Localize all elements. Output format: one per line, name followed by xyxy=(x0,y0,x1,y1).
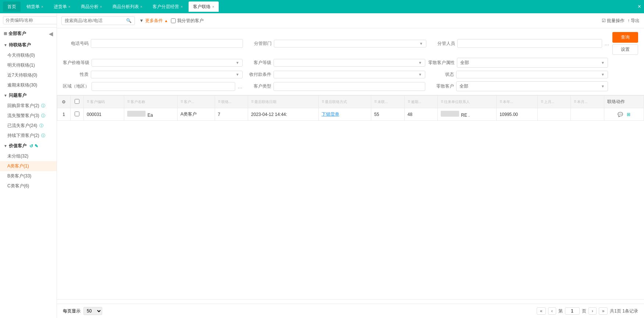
setting-button[interactable]: 设置 xyxy=(612,44,638,55)
sidebar-item-churn-warning[interactable]: 流失预警客户(3) ⓘ xyxy=(0,111,57,121)
sidebar-section-pending[interactable]: ▼ 待联络客户 xyxy=(0,40,57,50)
edit-icon[interactable]: ✎ xyxy=(35,144,38,149)
chevron-down-icon-3: ▼ xyxy=(236,61,239,65)
tab-product-analysis[interactable]: 商品分析 × xyxy=(76,1,107,12)
sidebar-section-problem[interactable]: ▼ 问题客户 xyxy=(0,90,57,101)
contact-person-blocked xyxy=(441,111,459,117)
advanced-filter-panel: 电话号码 分管部门 ▼ 分管人员 … 查询 设置 xyxy=(57,28,644,95)
first-page-button[interactable]: « xyxy=(537,307,546,315)
chat-icon[interactable]: 💬 xyxy=(618,112,623,117)
last-method-link[interactable]: 下销货单 xyxy=(322,112,339,117)
filter-retail-customer-select[interactable]: 全部 ▼ xyxy=(456,81,608,91)
td-index: 1 xyxy=(57,108,71,121)
filter-status: 状态 ▼ xyxy=(428,71,608,78)
batch-operation-button[interactable]: ☑ 批量操作 xyxy=(602,18,625,24)
sidebar-item-churned[interactable]: 已流失客户(24) ⓘ xyxy=(0,121,57,131)
sidebar-all-customers[interactable]: ⊞ 全部客户 ◀ xyxy=(0,28,57,40)
sidebar-search-input[interactable] xyxy=(3,16,57,24)
tab-customer-tier-close[interactable]: × xyxy=(180,5,183,9)
th-name: ⠿客户名称 xyxy=(124,96,177,108)
filter-retail-attr-label: 零散客户属性 xyxy=(428,60,455,66)
filter-search-input[interactable] xyxy=(65,18,125,23)
td-type: A类客户 xyxy=(177,108,215,121)
sidebar-item-repurchase-anomaly[interactable]: 回购异常客户(2) ⓘ xyxy=(0,101,57,111)
filter-status-select[interactable]: ▼ xyxy=(456,71,608,78)
sidebar-item-7days[interactable]: 近7天待联络(0) xyxy=(0,70,57,80)
filter-retail-customer-label: 零散客户 xyxy=(428,83,454,89)
chevron-down-icon-4: ▼ xyxy=(418,61,422,65)
arrow-icon-2: ▼ xyxy=(4,93,7,98)
td-contact-person: RE . xyxy=(438,108,497,121)
batch-op-icon: ☑ xyxy=(602,18,606,23)
select-all-checkbox[interactable] xyxy=(75,99,79,104)
filter-region-input[interactable] xyxy=(92,82,235,91)
tab-sales-close[interactable]: × xyxy=(41,5,43,9)
tab-home[interactable]: 首页 xyxy=(3,1,21,12)
sidebar-item-class-a[interactable]: A类客户(1) xyxy=(0,161,57,171)
filter-price-grade-select[interactable]: ▼ xyxy=(92,59,243,67)
filter-manager-input[interactable] xyxy=(457,39,602,48)
footer-left: 每页显示 50 100 200 xyxy=(63,307,102,315)
query-button[interactable]: 查询 xyxy=(612,32,638,43)
filter-nature-select[interactable]: ▼ xyxy=(91,71,243,78)
tab-customer-tier[interactable]: 客户分层经营 × xyxy=(148,1,187,12)
row-checkbox[interactable] xyxy=(75,112,79,116)
filter-row-2: 客户价格等级 ▼ 客户等级 ▼ 零散客户属性 全部 xyxy=(63,58,638,68)
filter-region-ellipsis[interactable]: … xyxy=(237,84,243,89)
tab-customer-contact-close[interactable]: × xyxy=(212,5,214,9)
last-page-button[interactable]: » xyxy=(599,307,608,315)
batch-op-label: 批量操作 xyxy=(607,18,625,24)
tab-product-analysis-close[interactable]: × xyxy=(100,5,102,9)
filter-manager-ellipsis[interactable]: … xyxy=(604,40,609,46)
filter-phone-input[interactable] xyxy=(91,39,243,48)
sidebar-item-class-b[interactable]: B类客户(33) xyxy=(0,171,57,181)
tab-product-analysis-list-close[interactable]: × xyxy=(140,5,143,9)
th-action: 联络动作 xyxy=(604,96,644,108)
tab-sales[interactable]: 销货单 × xyxy=(22,1,48,12)
filter-search-icon[interactable]: 🔍 xyxy=(126,18,132,23)
my-customers-checkbox[interactable] xyxy=(171,18,176,23)
per-page-select[interactable]: 50 100 200 xyxy=(83,307,102,315)
th-code: ⠿客户编码 xyxy=(84,96,124,108)
filter-customer-grade-select[interactable]: ▼ xyxy=(273,59,425,67)
filter-status-label: 状态 xyxy=(428,71,454,78)
tab-customer-tier-label: 客户分层经营 xyxy=(153,4,179,10)
th-settings[interactable]: ⚙ xyxy=(57,96,71,108)
sidebar-section-value[interactable]: ▼ 价值客户 ↺ ✎ xyxy=(0,141,57,151)
filter-payment-label: 收付款条件 xyxy=(246,71,271,78)
sidebar-collapse-icon[interactable]: ◀ xyxy=(49,31,53,37)
tab-purchase-close[interactable]: × xyxy=(68,5,71,9)
export-button[interactable]: ↑ 导出 xyxy=(627,18,640,24)
section-problem-label: 问题客户 xyxy=(9,92,26,99)
sidebar-item-today[interactable]: 今天待联络(0) xyxy=(0,50,57,60)
refresh-icon[interactable]: ↺ xyxy=(29,144,33,149)
section-pending-label: 待联络客户 xyxy=(9,42,31,48)
filter-search-box: 🔍 xyxy=(61,16,135,25)
close-all-tabs[interactable]: × xyxy=(638,3,641,10)
page-number-input[interactable] xyxy=(565,307,580,315)
th-year-amount: ⠿本年... xyxy=(496,96,537,108)
sidebar-item-overdue-contact[interactable]: 逾期未联络(30) xyxy=(0,80,57,90)
tab-product-analysis-list[interactable]: 商品分析列表 × xyxy=(108,1,147,12)
next-page-button[interactable]: › xyxy=(588,307,597,315)
horizontal-scrollbar[interactable] xyxy=(57,299,644,304)
tab-customer-contact[interactable]: 客户联络 × xyxy=(189,1,219,12)
qr-icon[interactable]: ⊞ xyxy=(627,112,630,117)
filter-price-grade: 客户价格等级 ▼ xyxy=(63,59,243,67)
filter-customer-type-input[interactable] xyxy=(273,82,425,91)
prev-page-button[interactable]: ‹ xyxy=(548,307,556,315)
filter-more-label: 更多条件 xyxy=(145,18,163,24)
tab-product-analysis-list-label: 商品分析列表 xyxy=(112,4,139,10)
sidebar-item-class-c[interactable]: C类客户(6) xyxy=(0,181,57,191)
sidebar-item-tomorrow[interactable]: 明天待联络(1) xyxy=(0,60,57,70)
sidebar-item-ungrouped[interactable]: 未分组(32) xyxy=(0,151,57,161)
filter-retail-attr-select[interactable]: 全部 ▼ xyxy=(457,58,608,68)
filter-payment-select[interactable]: ▼ xyxy=(273,71,425,78)
sidebar-item-declining[interactable]: 持续下滑客户(2) ⓘ xyxy=(0,131,57,141)
filter-more-conditions[interactable]: ▼ 更多条件 ▲ xyxy=(139,18,168,24)
customer-table: ⚙ ⠿客户编码 ⠿客户名称 ⠿客户... xyxy=(57,95,644,121)
filter-customer-type: 客户类型 xyxy=(246,82,425,91)
filter-dept-select[interactable]: ▼ xyxy=(274,40,426,47)
filter-nature-label: 性质 xyxy=(63,71,89,78)
tab-purchase[interactable]: 进货单 × xyxy=(49,1,75,12)
